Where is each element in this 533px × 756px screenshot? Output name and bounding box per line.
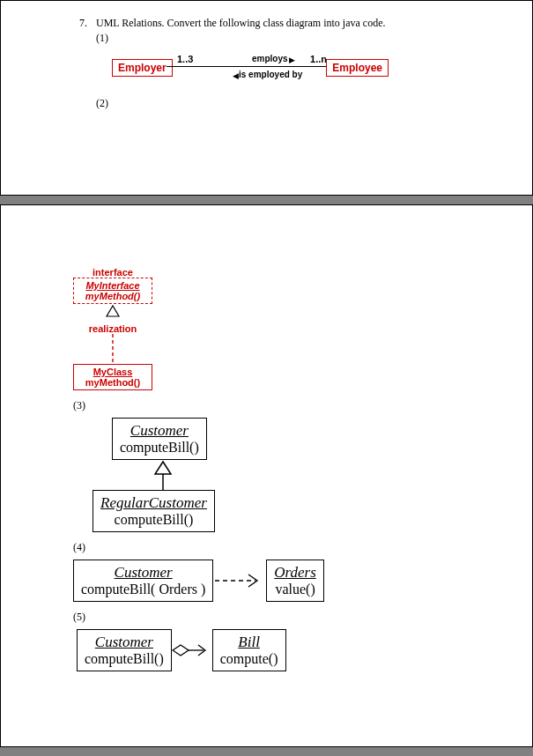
interface-name: MyInterface — [78, 280, 148, 291]
diagram-2-realization: interface MyInterface myMethod() realiza… — [73, 267, 152, 390]
class-name: MyClass — [78, 367, 148, 377]
class-box: MyClass myMethod() — [73, 364, 152, 390]
regularcustomer-box: RegularCustomer computeBill() — [93, 490, 215, 532]
customer-box-4: Customer computeBill( Orders ) — [73, 560, 213, 602]
question-text: UML Relations. Convert the following cla… — [96, 17, 385, 30]
customer-name: Customer — [120, 422, 199, 440]
customer-method-5: computeBill() — [85, 651, 164, 667]
part-1-label: (1) — [96, 32, 470, 45]
customer-box-5: Customer computeBill() — [77, 629, 172, 671]
diagram-3-generalization: Customer computeBill() RegularCustomer c… — [93, 418, 470, 532]
orders-name: Orders — [274, 564, 316, 582]
diagram-5-aggregation: Customer computeBill() Bill compute() — [77, 629, 470, 671]
relation-top: employs — [252, 54, 288, 63]
multiplicity-left: 1..3 — [177, 54, 193, 64]
svg-marker-2 — [155, 462, 171, 474]
diagram-1-association: Employer 1..3 1..n employs ▶ ◀ is employ… — [98, 50, 389, 90]
svg-marker-0 — [107, 306, 119, 316]
orders-method: value() — [274, 582, 316, 597]
page-1: 7. UML Relations. Convert the following … — [0, 0, 533, 196]
part-3-label: (3) — [73, 399, 470, 412]
customer-name-5: Customer — [85, 634, 164, 651]
realization-dashed-line — [104, 334, 122, 364]
realization-triangle-icon — [104, 304, 122, 320]
bill-box: Bill compute() — [212, 629, 286, 671]
interface-method: myMethod() — [78, 291, 148, 301]
bill-name: Bill — [220, 634, 278, 651]
part-5-label: (5) — [73, 611, 470, 624]
part-2-label: (2) — [96, 97, 470, 110]
customer-method-4: computeBill( Orders ) — [81, 582, 205, 597]
aggregation-arrow-icon — [172, 640, 212, 661]
page-gap — [0, 196, 533, 204]
customer-method: computeBill() — [120, 440, 199, 456]
orders-box: Orders value() — [266, 560, 324, 602]
employee-box: Employee — [326, 59, 389, 77]
page-2: interface MyInterface myMethod() realiza… — [0, 204, 533, 747]
bill-method: compute() — [220, 651, 278, 667]
customer-name-4: Customer — [81, 564, 205, 582]
stereotype-interface: interface — [73, 267, 152, 278]
arrow-right-icon: ▶ — [289, 56, 295, 64]
page-2-content: interface MyInterface myMethod() realiza… — [1, 205, 532, 687]
regularcustomer-method: computeBill() — [100, 512, 207, 528]
employer-box: Employer — [112, 59, 173, 77]
page-1-content: 7. UML Relations. Convert the following … — [1, 1, 532, 126]
arrow-left-icon: ◀ — [233, 71, 239, 80]
multiplicity-right: 1..n — [310, 54, 327, 64]
diagram-4-dependency: Customer computeBill( Orders ) Orders va… — [73, 560, 470, 602]
association-line — [167, 66, 334, 67]
customer-box: Customer computeBill() — [112, 418, 207, 460]
question-line: 7. UML Relations. Convert the following … — [73, 17, 470, 30]
question-number: 7. — [73, 17, 87, 30]
generalization-arrow-icon — [152, 460, 174, 490]
part-4-label: (4) — [73, 541, 470, 554]
class-method: myMethod() — [78, 377, 148, 388]
relation-bottom: is employed by — [239, 70, 302, 79]
regularcustomer-name: RegularCustomer — [100, 494, 207, 512]
interface-box: MyInterface myMethod() — [73, 278, 152, 304]
svg-marker-5 — [173, 645, 189, 656]
realization-label: realization — [73, 323, 152, 334]
dependency-arrow-icon — [213, 570, 266, 591]
